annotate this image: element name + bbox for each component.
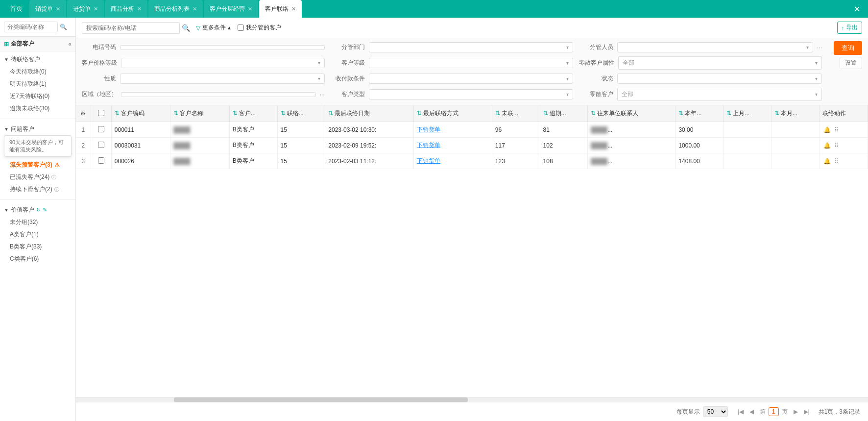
sidebar-item-class-b[interactable]: B类客户(33)	[0, 241, 75, 253]
sort-icon-last-month[interactable]: ⇅	[726, 110, 731, 117]
close-window-icon[interactable]: ✕	[850, 4, 864, 14]
my-customers-filter[interactable]: 我分管的客户	[238, 24, 281, 32]
row-checkbox-2[interactable]	[98, 157, 104, 164]
select-all-checkbox[interactable]	[98, 110, 104, 116]
value-group-header[interactable]: ▼ 价值客户 ↻ ✎	[0, 204, 75, 216]
filter-payment-label: 收付款条件	[331, 74, 365, 83]
sort-icon-unit-contact[interactable]: ⇅	[591, 110, 596, 117]
table-header-checkbox[interactable]	[91, 105, 111, 122]
filter-search-button[interactable]: 🔍	[182, 24, 190, 32]
cell-checkbox-0[interactable]	[91, 122, 111, 138]
sort-icon-code[interactable]: ⇅	[115, 110, 120, 117]
contact-icon-2[interactable]: 🔔	[823, 158, 831, 165]
first-page-icon[interactable]: |◀	[735, 407, 747, 416]
warning-icon: ⚠	[54, 162, 60, 169]
filter-phone: 电话号码	[82, 43, 325, 51]
close-tab-1-icon[interactable]: ✕	[56, 6, 60, 12]
sidebar-item-class-c[interactable]: C类客户(6)	[0, 253, 75, 265]
cell-checkbox-2[interactable]	[91, 153, 111, 169]
sidebar-item-today-contact[interactable]: 今天待联络(0)	[0, 66, 75, 78]
per-page-select[interactable]: 50 20 100	[703, 406, 728, 417]
all-customers-header[interactable]: ⊞ 全部客户 «	[0, 37, 75, 51]
settings-button[interactable]: 设置	[840, 57, 862, 69]
sidebar-item-overdue-contact[interactable]: 逾期未联络(30)	[0, 102, 75, 115]
sort-icon-last-method[interactable]: ⇅	[417, 110, 422, 117]
nav-home[interactable]: 首页	[4, 0, 28, 18]
sort-icon-this-month[interactable]: ⇅	[774, 110, 779, 117]
close-tab-4-icon[interactable]: ✕	[193, 6, 197, 12]
collapse-icon[interactable]: «	[68, 41, 72, 48]
sort-icon-contact[interactable]: ⇅	[281, 110, 286, 117]
sort-icon-no-contact[interactable]: ⇅	[495, 110, 500, 117]
table-header-gear[interactable]: ⚙	[76, 105, 91, 122]
row-checkbox-1[interactable]	[98, 142, 104, 148]
nav-tab-4[interactable]: 商品分析列表 ✕	[148, 0, 203, 18]
filter-status-select[interactable]: ▾	[617, 74, 822, 84]
sidebar-search-input[interactable]	[4, 22, 58, 32]
cell-checkbox-1[interactable]	[91, 138, 111, 153]
action-icons-0[interactable]: 🔔 ⠿	[822, 126, 840, 133]
more-icon-0[interactable]: ⠿	[834, 126, 839, 133]
nav-tab-5[interactable]: 客户分层经营 ✕	[204, 0, 258, 18]
last-method-link-2[interactable]: 下销货单	[417, 157, 440, 164]
region-dots-icon[interactable]: ···	[320, 91, 325, 98]
nav-tab-3[interactable]: 商品分析 ✕	[105, 0, 147, 18]
scrollbar-thumb[interactable]	[174, 397, 468, 402]
sidebar-item-class-a[interactable]: A类客户(1)	[0, 228, 75, 241]
last-page-icon[interactable]: ▶|	[801, 407, 813, 416]
sort-icon-name[interactable]: ⇅	[173, 110, 178, 117]
sidebar-item-churn-warning[interactable]: 流失预警客户(3) ⚠	[0, 159, 75, 171]
prev-page-icon[interactable]: ◀	[747, 407, 757, 416]
sort-icon-last-date[interactable]: ⇅	[328, 110, 333, 117]
action-icons-2[interactable]: 🔔 ⠿	[822, 158, 840, 165]
refresh-icon[interactable]: ↻	[36, 207, 41, 213]
sidebar-item-declining[interactable]: 持续下滑客户(2) ⓘ	[0, 183, 75, 196]
my-customers-checkbox[interactable]	[238, 25, 244, 31]
action-icons-1[interactable]: 🔔 ⠿	[822, 142, 840, 149]
next-page-icon[interactable]: ▶	[791, 407, 801, 416]
close-tab-3-icon[interactable]: ✕	[137, 6, 142, 12]
filter-customer-type-select[interactable]: ▾	[369, 89, 574, 99]
close-tab-2-icon[interactable]: ✕	[94, 6, 98, 12]
nav-tab-6[interactable]: 客户联络 ✕	[259, 0, 302, 18]
filter-person-select[interactable]: ▾	[617, 42, 813, 52]
pending-group-header[interactable]: ▼ 待联络客户	[0, 53, 75, 66]
more-icon-1[interactable]: ⠿	[834, 142, 839, 149]
filter-customer-level-select[interactable]: ▾	[369, 58, 574, 68]
horizontal-scrollbar[interactable]	[76, 397, 868, 402]
sort-icon-overdue[interactable]: ⇅	[543, 110, 548, 117]
sort-icon-this-year[interactable]: ⇅	[678, 110, 683, 117]
person-dots-icon[interactable]: ···	[817, 44, 822, 51]
filter-price-level-select[interactable]: ▾	[121, 58, 325, 68]
cell-name-1: ████	[170, 138, 230, 153]
export-button[interactable]: ↑ 导出	[837, 22, 863, 34]
query-button[interactable]: 查询	[834, 41, 862, 55]
contact-icon-1[interactable]: 🔔	[823, 142, 831, 149]
filter-search-input[interactable]	[82, 22, 180, 34]
filter-region-select[interactable]	[121, 92, 316, 97]
sidebar-item-7days-contact[interactable]: 近7天待联络(0)	[0, 90, 75, 102]
filter-payment-select[interactable]: ▾	[369, 74, 574, 84]
edit-icon[interactable]: ✎	[43, 207, 47, 213]
filter-phone-input[interactable]	[120, 45, 325, 50]
close-tab-5-icon[interactable]: ✕	[248, 6, 252, 12]
problem-group-header[interactable]: ▼ 问题客户	[0, 123, 75, 135]
sort-icon-type[interactable]: ⇅	[233, 110, 238, 117]
filter-more-conditions[interactable]: ▽ 更多条件 ▲	[196, 24, 232, 32]
sidebar-item-churned[interactable]: 已流失客户(24) ⓘ	[0, 171, 75, 183]
contact-icon-0[interactable]: 🔔	[823, 126, 831, 133]
last-method-link-1[interactable]: 下销货单	[417, 142, 440, 149]
nav-tab-2[interactable]: 进货单 ✕	[67, 0, 104, 18]
nav-tab-1[interactable]: 销货单 ✕	[29, 0, 66, 18]
more-icon-2[interactable]: ⠿	[834, 158, 839, 165]
filter-dept-select[interactable]: ▾	[369, 42, 574, 52]
sidebar-item-tomorrow-contact[interactable]: 明天待联络(1)	[0, 78, 75, 90]
close-tab-6-icon[interactable]: ✕	[291, 6, 296, 12]
sidebar-search-icon[interactable]: 🔍	[60, 24, 67, 30]
sidebar-item-ungrouped[interactable]: 未分组(32)	[0, 216, 75, 228]
filter-nature-select[interactable]: ▾	[120, 74, 325, 84]
last-method-link-0[interactable]: 下销货单	[417, 126, 440, 133]
filter-retail-customer-select[interactable]: 全部 ▾	[617, 88, 822, 101]
filter-retail-attr-select[interactable]: 全部 ▾	[618, 56, 822, 70]
row-checkbox-0[interactable]	[98, 126, 104, 132]
